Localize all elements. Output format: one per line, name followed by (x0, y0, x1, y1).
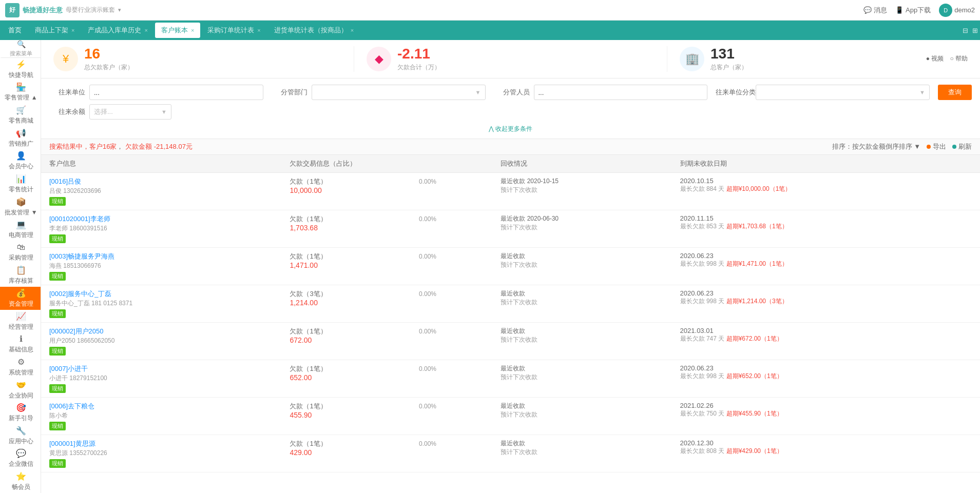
tab-customer-account[interactable]: 客户账本 × (155, 23, 200, 38)
sidebar-item-wholesale[interactable]: 📦 批发管理 ▼ (0, 195, 41, 219)
last-collect: 最近收款 (501, 364, 663, 373)
sidebar-item-retail-mgmt[interactable]: 🏪 零售管理 ▲ (0, 81, 41, 104)
sidebar-item-member-pro[interactable]: ⭐ 畅会员 (0, 470, 41, 493)
customer-name-link[interactable]: [000001]黄思源 (49, 439, 273, 448)
sidebar-item-inventory[interactable]: 📋 库存核算 (0, 264, 41, 287)
sidebar-item-guide[interactable]: 🎯 新手引导 (0, 401, 41, 424)
customer-name-link[interactable]: [0003]畅捷服务尹海燕 (49, 252, 273, 261)
overdue-link[interactable]: 超期¥10,000.00（1笔） (726, 185, 792, 192)
recovery-cell: 最近收款 预计下次收款 (492, 435, 671, 472)
sidebar-item-quick-nav[interactable]: ⚡ 快捷导航 (0, 58, 41, 81)
view-video-btn[interactable]: ● 视频 (926, 54, 944, 63)
overdue-link[interactable]: 超期¥455.90（1笔） (726, 410, 783, 417)
person-input[interactable]: ... (534, 85, 708, 100)
collab-icon: 🤝 (16, 380, 26, 390)
tab-product-listing[interactable]: 商品上下架 × (29, 23, 81, 38)
table-header-row: 客户信息 欠款交易信息（占比） 回收情况 到期未收款日期 (41, 155, 980, 173)
sidebar-label: 基础信息 (9, 345, 33, 354)
sidebar-item-ecommerce[interactable]: 💻 电商管理 (0, 218, 41, 241)
message-btn[interactable]: 💬 消息 (863, 6, 887, 15)
overdue-cell: 2020.10.15 最长欠款 884 天 超期¥10,000.00（1笔） (672, 173, 980, 210)
overdue-link[interactable]: 超期¥1,703.68（1笔） (726, 223, 788, 230)
tab-home[interactable]: 首页 (2, 23, 28, 38)
tab-inbound-stats[interactable]: 进货单统计表（按商品） × (268, 23, 360, 38)
sidebar-item-member[interactable]: 👤 会员中心 (0, 150, 41, 173)
source-unit-input[interactable]: ... (89, 85, 263, 100)
customer-name-link[interactable]: [0002]服务中心_丁磊 (49, 289, 273, 299)
col-customer-info: 客户信息 (41, 155, 281, 173)
sidebar-item-wechat[interactable]: 💬 企业微信 (0, 447, 41, 470)
recovery-cell: 最近收款 预计下次收款 (492, 360, 671, 398)
close-icon[interactable]: × (257, 27, 260, 33)
export-btn[interactable]: 导出 (927, 142, 946, 151)
debt-count: 欠款（1笔） (290, 439, 402, 448)
customer-name-link[interactable]: [000002]用户2050 (49, 327, 273, 336)
help-btn[interactable]: ○ 帮助 (950, 54, 968, 63)
debt-amount[interactable]: 1,214.00 (290, 299, 402, 307)
minimize-icon[interactable]: ⊟ (963, 27, 968, 34)
sidebar-item-operations[interactable]: 📈 经营管理 (0, 310, 41, 333)
search-button[interactable]: 查询 (938, 85, 972, 100)
balance-select[interactable]: 选择... ▼ (89, 104, 171, 120)
tab-purchase-stats[interactable]: 采购订单统计表 × (201, 23, 266, 38)
sidebar-item-purchase[interactable]: 🛍 采购管理 (0, 241, 41, 264)
last-collect: 最近收款 (501, 402, 663, 410)
sidebar-item-app-center[interactable]: 🔧 应用中心 (0, 424, 41, 447)
customer-name-link[interactable]: [0006]去下粮仓 (49, 402, 273, 411)
sidebar-item-retail-store[interactable]: 🛒 零售商城 (0, 104, 41, 127)
sidebar-item-retail-stats[interactable]: 📊 零售统计 (0, 172, 41, 195)
debt-amount[interactable]: 429.00 (290, 448, 402, 457)
sidebar-item-marketing[interactable]: 📢 营销推广 (0, 127, 41, 150)
app-download-btn[interactable]: 📱 App下载 (895, 6, 931, 15)
overdue-link[interactable]: 超期¥652.00（1笔） (726, 372, 783, 380)
debt-amount[interactable]: 652.00 (290, 373, 402, 382)
customer-contact: 李老师 18600391516 (49, 224, 273, 233)
debt-pct-cell: 0.00% (411, 173, 492, 210)
next-collect: 预计下次收款 (501, 448, 663, 457)
sidebar-search[interactable]: 🔍 搜索菜单 (0, 40, 41, 58)
source-unit-placeholder: ... (94, 89, 100, 96)
customer-name-link[interactable]: [0001020001]李老师 (49, 214, 273, 224)
overdue-link[interactable]: 超期¥1,214.00（3笔） (726, 298, 788, 305)
close-icon[interactable]: × (144, 27, 147, 33)
debt-amount[interactable]: 10,000.00 (290, 186, 402, 194)
wholesale-icon: 📦 (16, 197, 26, 207)
last-collect: 最近收款 2020-06-30 (501, 214, 663, 223)
debt-amount[interactable]: 455.90 (290, 411, 402, 419)
table-row: [0001020001]李老师 李老师 18600391516 现销 欠款（1笔… (41, 210, 980, 248)
filter-row-1: 往来单位 ... 分管部门 ▼ 分管人员 ... (49, 85, 972, 100)
customer-tag: 现销 (49, 234, 66, 243)
filter-row-2: 往来余额 选择... ▼ (49, 104, 972, 120)
customer-name-link[interactable]: [0007]小进干 (49, 364, 273, 373)
overdue-link[interactable]: 超期¥1,471.00（1笔） (726, 260, 788, 267)
next-collect: 预计下次收款 (501, 336, 663, 344)
sidebar-item-base-info[interactable]: ℹ 基础信息 (0, 333, 41, 356)
sidebar-label: 会员中心 (9, 162, 33, 171)
subtitle-arrow[interactable]: ▾ (118, 7, 121, 13)
sidebar-item-collab[interactable]: 🤝 企业协同 (0, 379, 41, 402)
unit-category-input[interactable]: ▼ (756, 85, 930, 100)
close-icon[interactable]: × (191, 27, 194, 33)
debt-amount[interactable]: 1,471.00 (290, 261, 402, 269)
stat-icon-yuan: ¥ (53, 47, 78, 71)
refresh-btn[interactable]: 刷新 (952, 142, 972, 151)
tab-production-history[interactable]: 产成品入库单历史 × (82, 23, 153, 38)
refresh-label: 刷新 (958, 142, 972, 151)
maximize-icon[interactable]: ⊞ (972, 27, 978, 34)
next-collect: 预计下次收款 (501, 373, 663, 382)
overdue-link[interactable]: 超期¥672.00（1笔） (726, 335, 783, 342)
debt-amount[interactable]: 672.00 (290, 336, 402, 344)
sidebar-item-finance[interactable]: 💰 资金管理 (0, 287, 41, 310)
overdue-cell: 2020.06.23 最长欠款 998 天 超期¥1,214.00（3笔） (672, 285, 980, 323)
collapse-filters-btn[interactable]: ⋀ 收起更多条件 (49, 124, 972, 134)
last-collect: 最近收款 (501, 289, 663, 298)
debt-amount[interactable]: 1,703.68 (290, 224, 402, 232)
close-icon[interactable]: × (71, 27, 74, 33)
overdue-link[interactable]: 超期¥429.00（1笔） (726, 447, 783, 455)
sidebar-item-system[interactable]: ⚙ 系统管理 (0, 356, 41, 379)
close-icon[interactable]: × (351, 27, 354, 33)
overdue-days: 最长欠款 884 天 超期¥10,000.00（1笔） (680, 185, 972, 193)
dept-input[interactable]: ▼ (312, 85, 486, 100)
user-menu[interactable]: D demo2 (939, 4, 975, 17)
customer-name-link[interactable]: [0016]吕俊 (49, 177, 273, 186)
